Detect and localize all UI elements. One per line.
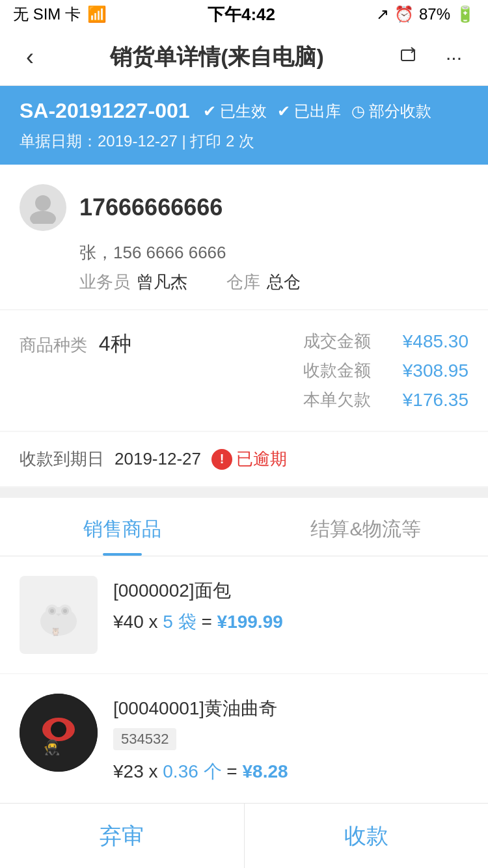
status-right: ↗ ⏰ 87% 🔋 [376,5,475,23]
overdue-text: 已逾期 [236,448,287,470]
product-list: 🦉 [0000002]面包 ¥40 x 5 袋 = ¥199.99 🥷 [0,556,488,804]
type-label: 商品种类 [20,335,87,355]
due-section: 收款到期日 2019-12-27 ! 已逾期 [0,432,488,486]
location-icon: ↗ [376,5,389,23]
product-price-line-0: ¥40 x 5 袋 = ¥199.99 [113,610,468,634]
collect-payment-button[interactable]: 收款 [245,804,489,868]
product-name-1: [00040001]黄油曲奇 [113,696,468,721]
warehouse-value: 总仓 [267,271,301,293]
svg-point-15 [51,722,66,737]
summary-label-1: 收款金额 [303,359,371,382]
avatar [20,184,66,231]
summary-row-2: 本单欠款 ¥176.35 [303,388,468,411]
back-button[interactable]: ‹ [20,37,40,77]
svg-point-9 [50,609,54,613]
customer-detail: 张，156 6666 6666 [20,241,468,264]
summary-value-0: ¥485.30 [384,331,468,352]
header-top-row: SA-20191227-001 ✔ 已生效 ✔ 已出库 ◷ 部分收款 [20,99,468,123]
due-date-value: 2019-12-27 [115,449,201,469]
tab-settlement[interactable]: 结算&物流等 [244,498,488,556]
section-divider [0,487,488,498]
battery-icon: 🔋 [455,5,475,23]
partial-icon: ◷ [351,102,365,120]
effective-label: 已生效 [220,101,267,122]
product-info-1: [00040001]黄油曲奇 534532 ¥23 x 0.36 个 = ¥8.… [113,694,468,784]
svg-point-3 [30,211,56,224]
type-value: 4种 [99,332,131,355]
nav-bar: ‹ 销货单详情(来自电脑) ··· [0,29,488,86]
product-item-0: 🦉 [0000002]面包 ¥40 x 5 袋 = ¥199.99 [0,556,488,674]
product-unit-0: 袋 [178,612,197,632]
product-price-0: ¥40 [113,612,144,632]
tabs-bar: 销售商品 结算&物流等 [0,498,488,556]
badge-shipped: ✔ 已出库 [277,101,341,122]
product-total-1: ¥8.28 [242,761,288,781]
overdue-icon: ! [211,449,232,470]
summary-label-2: 本单欠款 [303,388,371,411]
product-thumb-1: 🥷 [20,694,98,772]
summary-row-1: 收款金额 ¥308.95 [303,359,468,382]
salesperson-value: 曾凡杰 [137,271,187,293]
shipped-icon: ✔ [277,102,290,120]
badge-effective: ✔ 已生效 [203,101,267,122]
due-label: 收款到期日 [20,448,104,470]
warehouse-label: 仓库 [226,271,260,293]
status-time: 下午4:42 [208,3,275,26]
effective-icon: ✔ [203,102,216,120]
product-name-0: [0000002]面包 [113,578,468,603]
alarm-icon: ⏰ [394,5,414,23]
product-price-x-0: x [149,612,163,632]
bottom-actions: 弃审 收款 [0,803,488,868]
product-unit-1: 个 [204,761,222,781]
badge-partial: ◷ 部分收款 [351,101,431,122]
product-image-0: 🦉 [33,589,85,641]
summary-value-2: ¥176.35 [384,390,468,411]
product-eq-1: = [226,761,242,781]
header-sub-text: 单据日期：2019-12-27 | 打印 2 次 [20,131,468,152]
status-badges: ✔ 已生效 ✔ 已出库 ◷ 部分收款 [203,101,431,122]
svg-point-2 [35,195,51,211]
page-title: 销货单详情(来自电脑) [110,42,324,72]
status-bar: 无 SIM 卡 📶 下午4:42 ↗ ⏰ 87% 🔋 [0,0,488,29]
summary-value-1: ¥308.95 [384,360,468,381]
svg-text:🦉: 🦉 [51,627,61,636]
customer-section: 17666666666 张，156 6666 6666 业务员 曾凡杰 仓库 总… [0,165,488,309]
nav-actions: ··· [394,38,468,75]
order-number: SA-20191227-001 [20,99,190,123]
product-qty-0: 5 [163,612,173,632]
summary-left: 商品种类 4种 [20,330,244,359]
summary-label-0: 成交金额 [303,330,371,353]
header-band: SA-20191227-001 ✔ 已生效 ✔ 已出库 ◷ 部分收款 单据日期：… [0,86,488,165]
overdue-badge: ! 已逾期 [211,448,287,470]
battery-text: 87% [419,5,450,23]
svg-point-10 [63,609,67,613]
share-button[interactable] [394,38,426,75]
product-price-line-1: ¥23 x 0.36 个 = ¥8.28 [113,759,468,784]
product-price-x-1: x [149,761,163,781]
product-tag-1: 534532 [113,728,176,750]
salesperson-label: 业务员 [79,271,130,293]
partial-label: 部分收款 [369,101,431,122]
product-eq-0: = [201,612,217,632]
customer-phone: 17666666666 [79,194,223,221]
product-info-0: [0000002]面包 ¥40 x 5 袋 = ¥199.99 [113,576,468,634]
product-total-0: ¥199.99 [217,612,283,632]
product-price-1: ¥23 [113,761,144,781]
more-button[interactable]: ··· [439,40,468,75]
reject-review-button[interactable]: 弃审 [0,804,245,868]
customer-meta: 业务员 曾凡杰 仓库 总仓 [20,271,468,293]
customer-top: 17666666666 [20,184,468,231]
status-left: 无 SIM 卡 📶 [13,4,107,25]
summary-section: 商品种类 4种 成交金额 ¥485.30 收款金额 ¥308.95 本单欠款 ¥… [0,310,488,431]
summary-row-0: 成交金额 ¥485.30 [303,330,468,353]
product-image-1: 🥷 [20,694,98,772]
wifi-icon: 📶 [87,5,107,23]
product-thumb-0: 🦉 [20,576,98,654]
product-qty-1: 0.36 [163,761,198,781]
shipped-label: 已出库 [294,101,341,122]
svg-text:🥷: 🥷 [43,739,61,756]
summary-right: 成交金额 ¥485.30 收款金额 ¥308.95 本单欠款 ¥176.35 [244,330,468,411]
tab-sales-products[interactable]: 销售商品 [0,498,244,556]
carrier-text: 无 SIM 卡 [13,4,81,25]
product-item-1: 🥷 [00040001]黄油曲奇 534532 ¥23 x 0.36 个 = ¥… [0,674,488,804]
